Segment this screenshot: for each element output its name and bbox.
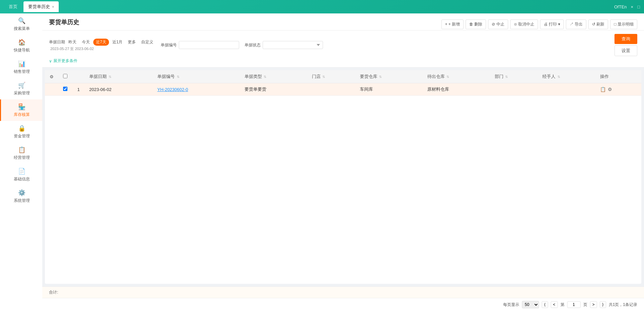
delete-label: 🗑 删除	[469, 21, 482, 27]
col-store[interactable]: 门店 ⇅	[308, 70, 356, 83]
often-label[interactable]: OfTEn	[614, 4, 627, 9]
col-doc-type[interactable]: 单据类型 ⇅	[240, 70, 308, 83]
select-all-checkbox[interactable]	[63, 74, 67, 78]
sidebar-item-quick-nav[interactable]: 🏠 快捷导航	[0, 35, 42, 56]
date-options: 昨天 今天 近7天 近1月 更多 自定义	[66, 39, 155, 46]
pagination: 每页显示 20 50 100 200 ⟨ < 第 页 > ⟩ 共1页，1条记录	[42, 298, 644, 311]
content-area: 要货单历史 + + 新增 🗑 删除 ⊘ 中止 ⊙ 取消中止	[42, 13, 644, 311]
delete-button[interactable]: 🗑 删除	[466, 19, 486, 29]
total-info: 共1页，1条记录	[609, 302, 637, 308]
sidebar-item-finance-label: 资金管理	[14, 133, 30, 139]
prev-page-button[interactable]: <	[551, 301, 558, 308]
sidebar-item-operations[interactable]: 📋 经营管理	[0, 142, 42, 164]
row-checkbox[interactable]	[63, 87, 67, 91]
col-department[interactable]: 部门 ⇅	[491, 70, 539, 83]
sidebar-item-sales-mgmt-label: 销售管理	[14, 69, 30, 75]
page-size-select[interactable]: 20 50 100 200	[522, 301, 539, 308]
req-warehouse-sort-icon: ⇅	[379, 75, 382, 79]
date-opt-yesterday[interactable]: 昨天	[66, 39, 78, 46]
row-settings-cell	[45, 83, 58, 96]
row-action-cell: 📋 ⚙	[596, 83, 641, 96]
system-mgmt-icon: ⚙️	[18, 189, 25, 196]
refresh-label: ↺ 刷新	[592, 21, 604, 27]
first-page-button[interactable]: ⟨	[542, 301, 548, 308]
sidebar-item-basic-info-label: 基础信息	[14, 176, 30, 182]
sidebar-item-search-menu[interactable]: 🔍 搜索菜单	[0, 13, 42, 35]
sidebar-item-system-mgmt[interactable]: ⚙️ 系统管理	[0, 185, 42, 207]
doc-number-sort-icon: ⇅	[177, 75, 179, 79]
row-checkbox-cell[interactable]	[58, 83, 72, 96]
date-opt-1month[interactable]: 近1月	[110, 39, 125, 46]
expand-more-btn[interactable]: ∨ 展开更多条件	[49, 58, 637, 64]
date-opt-custom[interactable]: 自定义	[139, 39, 155, 46]
sidebar-item-purchase-mgmt[interactable]: 🛒 采购管理	[0, 78, 42, 99]
inventory-icon: 🏪	[18, 103, 25, 110]
expand-label: 展开更多条件	[53, 58, 77, 64]
col-checkbox	[58, 70, 72, 83]
sidebar-item-sales-mgmt[interactable]: 📊 销售管理	[0, 56, 42, 78]
row-edit-icon[interactable]: 📋	[600, 87, 606, 92]
status-select[interactable]	[263, 41, 323, 49]
date-filter-label: 单据日期	[49, 39, 65, 45]
row-doc-number[interactable]: YH-20230602-0	[153, 83, 240, 96]
date-opt-7days[interactable]: 近7天	[93, 39, 109, 46]
handler-sort-icon: ⇅	[557, 75, 560, 79]
col-pending-warehouse[interactable]: 待出仓库 ⇅	[423, 70, 491, 83]
query-button[interactable]: 查询	[614, 34, 637, 44]
export-button[interactable]: ↗ 导出	[566, 19, 586, 29]
sidebar-item-quick-nav-label: 快捷导航	[14, 47, 30, 53]
col-handler[interactable]: 经手人 ⇅	[538, 70, 596, 83]
window-close-icon[interactable]: ×	[631, 4, 634, 9]
date-opt-more[interactable]: 更多	[126, 39, 138, 46]
sidebar-item-search-menu-label: 搜索菜单	[14, 26, 30, 32]
stop-label: ⊘ 中止	[492, 21, 504, 27]
search-menu-icon: 🔍	[18, 17, 25, 25]
date-range-display: 2023-05-27 至 2023-06-02	[50, 46, 94, 51]
row-doc-type: 要货单要货	[240, 83, 308, 96]
settings-button[interactable]: 设置	[614, 45, 637, 56]
sidebar-item-inventory-label: 库存核算	[14, 112, 30, 118]
table-row[interactable]: 1 2023-06-02 YH-20230602-0 要货单要货 车间库 原材料…	[45, 83, 641, 96]
doc-number-input[interactable]	[179, 41, 239, 49]
sidebar-item-inventory[interactable]: 🏪 库存核算	[0, 99, 42, 121]
sidebar-item-system-mgmt-label: 系统管理	[14, 198, 30, 204]
col-doc-date[interactable]: 单据日期 ⇅	[85, 70, 153, 83]
row-doc-date: 2023-06-02	[85, 83, 153, 96]
col-doc-number[interactable]: 单据编号 ⇅	[153, 70, 240, 83]
cancel-stop-button[interactable]: ⊙ 取消中止	[510, 19, 538, 29]
tab-requisition-history[interactable]: 要货单历史 ×	[23, 1, 59, 12]
col-req-warehouse[interactable]: 要货仓库 ⇅	[356, 70, 423, 83]
show-detail-button[interactable]: □ 显示明细	[610, 19, 637, 29]
sidebar-item-basic-info[interactable]: 📄 基础信息	[0, 164, 42, 185]
row-store	[308, 83, 356, 96]
last-page-button[interactable]: ⟩	[600, 301, 606, 308]
date-opt-today[interactable]: 今天	[80, 39, 92, 46]
new-button[interactable]: + + 新增	[441, 19, 464, 29]
finance-icon: 🔒	[18, 125, 25, 132]
quick-nav-icon: 🏠	[18, 39, 25, 46]
sidebar-item-finance[interactable]: 🔒 资金管理	[0, 121, 42, 142]
print-button[interactable]: 🖨 打印 ▾	[540, 19, 564, 29]
main-layout: 🔍 搜索菜单 🏠 快捷导航 📊 销售管理 🛒 采购管理 🏪 库存核算 🔒 资金管…	[0, 13, 644, 311]
new-icon: +	[445, 22, 447, 27]
pending-warehouse-sort-icon: ⇅	[446, 75, 449, 79]
refresh-button[interactable]: ↺ 刷新	[588, 19, 608, 29]
basic-info-icon: 📄	[18, 168, 25, 175]
tab-home[interactable]: 首页	[4, 1, 22, 12]
window-maximize-icon[interactable]: □	[637, 4, 640, 9]
stop-button[interactable]: ⊘ 中止	[488, 19, 508, 29]
row-more-icon[interactable]: ⚙	[608, 87, 612, 92]
filter-area: 单据日期 昨天 今天 近7天 近1月 更多 自定义 2023-05-27 至 2…	[42, 31, 644, 68]
expand-icon: ∨	[49, 59, 52, 63]
print-label: 🖨 打印 ▾	[544, 21, 560, 27]
status-label: 单据状态	[245, 42, 261, 48]
export-label: ↗ 导出	[570, 21, 583, 27]
tab-close-icon[interactable]: ×	[52, 5, 54, 9]
col-settings[interactable]: ⚙	[45, 70, 58, 83]
next-page-button[interactable]: >	[590, 301, 597, 308]
toolbar: + + 新增 🗑 删除 ⊘ 中止 ⊙ 取消中止 🖨 打印 ▾	[441, 19, 637, 29]
page-number-input[interactable]	[567, 301, 581, 308]
doc-number-label: 单据编号	[161, 42, 177, 48]
show-detail-label: □ 显示明细	[614, 21, 634, 27]
operations-icon: 📋	[18, 146, 25, 153]
